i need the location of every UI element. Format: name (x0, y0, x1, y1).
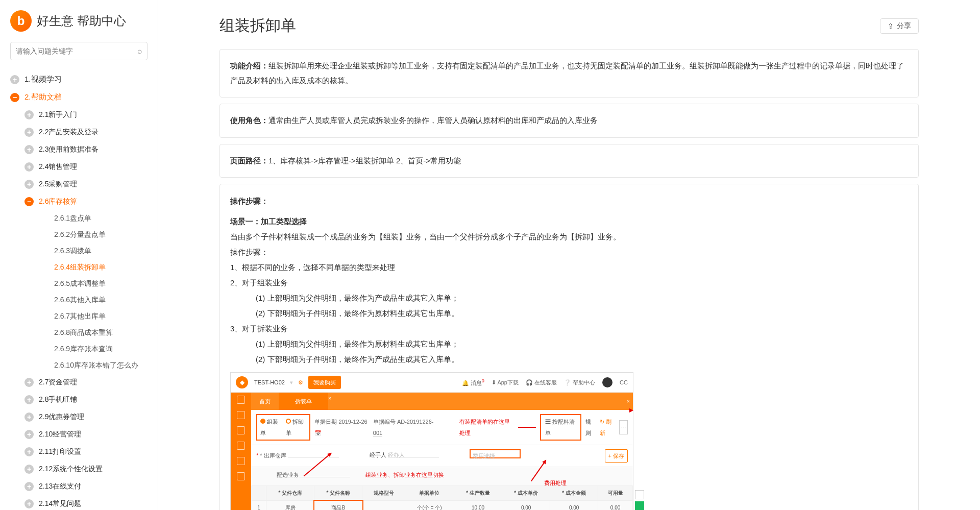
rail-icon (237, 426, 245, 434)
intro-label: 功能介绍： (230, 61, 268, 70)
nav-2-13[interactable]: +2.13在线支付 (24, 478, 148, 495)
nav-2-6-4[interactable]: 2.6.4组装拆卸单 (39, 259, 148, 276)
save-button: + 保存 (605, 449, 628, 463)
nav-2-8[interactable]: +2.8手机旺铺 (24, 391, 148, 408)
username: CC (620, 377, 628, 388)
nav-video[interactable]: +1.视频学习 (10, 70, 148, 88)
shot-org: TEST-HO02 (254, 377, 285, 388)
plus-icon: + (24, 128, 34, 137)
path-card: 页面路径：1、库存核算->库存管理->组装拆卸单 2、首页->常用功能 (219, 144, 919, 178)
nav-2-6-2[interactable]: 2.6.2分量盘点单 (39, 227, 148, 243)
nav-2-9[interactable]: +2.9优惠券管理 (24, 408, 148, 426)
shot-logo-icon: ◆ (236, 376, 248, 388)
plus-icon: + (24, 482, 34, 491)
buy-button: 我要购买 (308, 376, 341, 389)
nav-2-6-8[interactable]: 2.6.8商品成本重算 (39, 325, 148, 341)
plus-icon: + (24, 395, 34, 404)
nav-2-6-5[interactable]: 2.6.5成本调整单 (39, 276, 148, 292)
nav-2-14[interactable]: +2.14常见问题 (24, 495, 148, 510)
minus-icon: − (24, 197, 34, 206)
rail-icon (237, 457, 245, 465)
nav-2-6[interactable]: −2.6库存核算 (24, 193, 148, 210)
code-field: 单据编号 AD-20191226-001 (373, 416, 435, 439)
scene-desc: 当由多个子件材料组装成一个成品的业务为【组装】业务，当由一个父件拆分成多个子产品… (230, 229, 908, 245)
step-3a: (1) 上部明细为父件明细，最终作为原材料生成其它出库单； (256, 336, 908, 352)
share-button[interactable]: ⇪ 分享 (880, 18, 919, 34)
tab-doc: 拆装单 (279, 393, 328, 410)
rail-icon (237, 442, 245, 450)
step-2b: (2) 下部明细为子件明细，最终作为原材料生成其它出库单。 (256, 306, 908, 321)
nav-2-6-9[interactable]: 2.6.9库存账本查询 (39, 341, 148, 357)
app-link: ⬇ App下载 (492, 377, 519, 388)
plus-icon: + (24, 378, 34, 387)
search-icon[interactable]: ⌕ (137, 46, 142, 56)
intro-card: 功能介绍：组装拆卸单用来处理企业组装或拆卸等加工业务，支持有固定装配清单的产品加… (219, 49, 919, 98)
plus-icon: + (24, 499, 34, 508)
bom-button: ☰ 按配料清单 (540, 414, 581, 441)
search-box: ⌕ (10, 42, 148, 60)
nav-docs[interactable]: −2.帮助文档 (10, 88, 148, 106)
step-2: 2、对于组装业务 (230, 275, 908, 290)
rail-icon (237, 396, 245, 404)
rule-link: 规则 (585, 416, 595, 439)
shot-row2: * * 出库仓库 经手人 经办人 费用选择 + 保存 (251, 445, 633, 467)
fee-box: 费用选择 (470, 449, 521, 458)
nav-2-6-6[interactable]: 2.6.6其他入库单 (39, 292, 148, 308)
plus-icon: + (24, 145, 34, 154)
plus-icon: + (24, 412, 34, 422)
anno-switch: 组装业务、拆卸业务在这里切换 (365, 469, 444, 480)
nav-2-6-10[interactable]: 2.6.10库存账本错了怎么办 (39, 357, 148, 374)
nav-2-12[interactable]: +2.12系统个性化设置 (24, 460, 148, 478)
search-input[interactable] (10, 42, 148, 60)
plus-icon: + (24, 162, 34, 172)
rail-icon (237, 472, 245, 480)
nav-2-7[interactable]: +2.7资金管理 (24, 374, 148, 391)
nav-2-6-7[interactable]: 2.6.7其他出库单 (39, 308, 148, 325)
arrow-icon (518, 427, 536, 428)
type-radio-group: 组装单 拆卸单 (256, 414, 310, 441)
plus-icon: + (24, 430, 34, 439)
service-link: 🎧 在线客服 (526, 377, 557, 388)
role-label: 使用角色： (230, 116, 268, 125)
nav-2-6-3[interactable]: 2.6.3调拨单 (39, 243, 148, 259)
path-text: 1、库存核算->库存管理->组装拆卸单 2、首页->常用功能 (268, 156, 461, 165)
minus-icon: − (10, 93, 19, 102)
more-icon: ⋯ (619, 420, 628, 434)
steps-card: 操作步骤： 场景一：加工类型选择 当由多个子件材料组装成一个成品的业务为【组装】… (219, 184, 919, 510)
anno-top: 有装配清单的在这里处理 (459, 416, 514, 439)
plus-icon: + (24, 447, 34, 456)
close-icon: × (624, 393, 633, 410)
step-3b: (2) 下部明细为子件明细，最终作为产成品生成其它入库单。 (256, 352, 908, 367)
shot-topbar: ◆ TEST-HO02 ▾ ⚙ 我要购买 🔔 消息0 ⬇ App下载 🎧 在线客… (231, 373, 633, 393)
plus-icon: + (10, 75, 19, 84)
tab-home: 首页 (251, 393, 279, 410)
nav-2-6-1[interactable]: 2.6.1盘点单 (39, 210, 148, 227)
nav-2-4[interactable]: +2.4销售管理 (24, 158, 148, 176)
step-2a: (1) 上部明细为父件明细，最终作为产成品生成其它入库单； (256, 290, 908, 306)
step-3: 3、对于拆装业务 (230, 321, 908, 336)
steps-subheading: 操作步骤： (230, 245, 908, 260)
page-title: 组装拆卸单 (219, 15, 296, 36)
scene-heading: 场景一：加工类型选择 (230, 214, 908, 229)
sidebar: b 好生意 帮助中心 ⌕ +1.视频学习 −2.帮助文档 +2.1新手入门 +2… (0, 0, 158, 510)
plus-icon: + (24, 465, 34, 474)
shot-toolbar: 组装单 拆卸单 单据日期 2019-12-26 📅 单据编号 AD-201912… (251, 410, 633, 445)
src-field: 配选业务 (277, 469, 299, 480)
nav-2-3[interactable]: +2.3使用前数据准备 (24, 141, 148, 158)
nav-2-10[interactable]: +2.10经营管理 (24, 426, 148, 443)
nav-2-11[interactable]: +2.11打印设置 (24, 443, 148, 460)
brand: b 好生意 帮助中心 (10, 10, 148, 32)
side-tools (635, 490, 644, 510)
nav-2-1[interactable]: +2.1新手入门 (24, 106, 148, 124)
path-label: 页面路径： (230, 156, 268, 165)
nav-2-2[interactable]: +2.2产品安装及登录 (24, 124, 148, 141)
date-field: 单据日期 2019-12-26 📅 (314, 416, 369, 439)
brand-logo: b (10, 10, 32, 32)
plus-icon: + (24, 110, 34, 119)
refresh-link: ↻ 刷新 (600, 416, 615, 439)
parent-table: * 父件仓库* 父件名称规格型号单据单位* 生产数量* 成本单价* 成本金额可用… (251, 485, 633, 510)
plus-icon: + (24, 180, 34, 189)
avatar-icon (602, 377, 612, 387)
help-link: ❔ 帮助中心 (564, 377, 595, 388)
nav-2-5[interactable]: +2.5采购管理 (24, 176, 148, 193)
